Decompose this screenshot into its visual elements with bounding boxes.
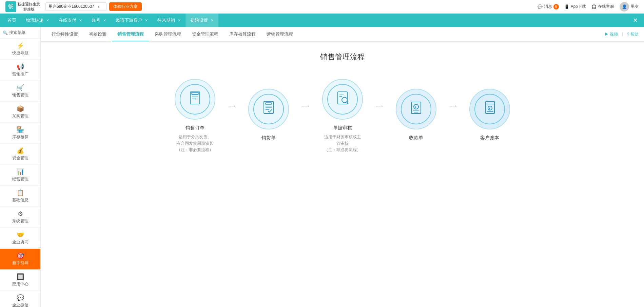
subtab-purchase-flow[interactable]: 采购管理流程 [149, 27, 187, 41]
logo-char: 畅 [8, 3, 14, 10]
subtab-init-label: 初始设置 [89, 32, 106, 37]
sidebar-item-wechat-label: 企业微信 [12, 302, 28, 307]
divider: | [622, 32, 623, 37]
step-3-desc: 适用于财务审核或主管审核（注：非必要流程） [324, 134, 361, 154]
sidebar-item-inventory[interactable]: 🏪 库存核算 [0, 123, 40, 144]
step-3-name: 单据审核 [333, 125, 352, 131]
svg-text:¥: ¥ [415, 105, 416, 109]
system-icon: ⚙ [18, 210, 23, 218]
nav-tab-init[interactable]: 初始设置 ✕ [186, 14, 218, 27]
sidebar-item-guide[interactable]: 🎯 新手引导 [0, 249, 40, 270]
sidebar-item-purchase-label: 采购管理 [12, 113, 28, 119]
sidebar-item-sales[interactable]: 🛒 销售管理 [0, 81, 40, 102]
sales-order-icon [188, 90, 202, 108]
nav-tab-invite-label: 邀请下游客户 [116, 17, 142, 23]
svg-rect-4 [191, 93, 199, 94]
logo-text: 畅捷通好生意 标准版 [18, 2, 40, 12]
subtab-industry[interactable]: 行业特性设置 [46, 27, 83, 41]
experience-button[interactable]: 体验行业方案 [109, 2, 142, 11]
subtab-sales-flow[interactable]: 销售管理流程 [112, 27, 149, 41]
sidebar-item-marketing[interactable]: 📢 营销推广 [0, 60, 40, 81]
nav-tab-period-close[interactable]: ✕ [178, 18, 181, 23]
flow-circle-3 [322, 79, 363, 120]
search-icon: 🔍 [3, 30, 8, 35]
content-area: 行业特性设置 初始设置 销售管理流程 采购管理流程 资金管理流程 库存核算流程 … [41, 27, 644, 307]
sidebar-item-basic-info[interactable]: 📋 基础信息 [0, 186, 40, 207]
subtab-init[interactable]: 初始设置 [83, 27, 112, 41]
nav-tab-payment[interactable]: 在线支付 ✕ [54, 14, 87, 27]
message-badge: 6 [553, 4, 559, 9]
logo-text1: 畅捷通好生意 [18, 2, 40, 6]
video-link[interactable]: ▶ 视频 [605, 32, 618, 37]
nav-tab-period[interactable]: 往来期初 ✕ [153, 14, 186, 27]
top-bar-left: 畅 畅捷通好生意 标准版 用户690企业1660120507 ▼ 体验行业方案 [5, 1, 142, 12]
sidebar-item-system[interactable]: ⚙ 系统管理 [0, 207, 40, 228]
finance-icon: 💰 [17, 147, 24, 155]
nav-tab-home[interactable]: 首页 [3, 14, 21, 27]
arrow-2: --→ [302, 102, 309, 130]
flow-circle-4: ¥ [396, 89, 436, 129]
sidebar-item-inventory-label: 库存核算 [12, 134, 28, 140]
flow-circle-2 [248, 89, 289, 129]
subtab-sales-flow-label: 销售管理流程 [117, 32, 144, 37]
sidebar-item-finance[interactable]: 💰 资金管理 [0, 144, 40, 165]
sidebar-search[interactable]: 🔍 搜索菜单 [0, 27, 40, 39]
help-link[interactable]: ? 帮助 [627, 32, 639, 37]
sidebar-item-collab-label: 企业协同 [12, 239, 28, 245]
arrow-1: --→ [228, 102, 235, 130]
subtab-marketing-flow-label: 营销管理流程 [267, 32, 293, 37]
sidebar-item-purchase[interactable]: 📦 采购管理 [0, 102, 40, 123]
flow-steps: 销售订单 适用于分批发货、有合同发货周期较长（注：非必要流程） --→ [54, 79, 630, 154]
guide-icon: 🎯 [17, 252, 24, 260]
app-icon: 📱 [564, 4, 569, 9]
message-button[interactable]: 💬 消息 6 [538, 4, 559, 9]
step-2-name: 销货单 [261, 135, 276, 141]
nav-close-all-button[interactable]: ✕ [629, 17, 641, 24]
sidebar-item-guide-label: 新手引导 [12, 260, 28, 266]
sidebar-item-quick-nav-label: 快捷导航 [12, 50, 28, 56]
user-selector[interactable]: 用户690企业1660120507 ▼ [45, 2, 106, 11]
sidebar-item-operations[interactable]: 📊 经营管理 [0, 165, 40, 186]
sidebar-item-quick-nav[interactable]: ⚡ 快捷导航 [0, 39, 40, 60]
sidebar-item-finance-label: 资金管理 [12, 155, 28, 161]
svg-rect-6 [266, 103, 272, 104]
top-bar-right: 💬 消息 6 📱 App下载 🎧 在线客服 👤 用友 [538, 2, 639, 12]
message-icon: 💬 [538, 4, 543, 9]
nav-tab-payment-label: 在线支付 [59, 17, 76, 23]
nav-tab-logistics-label: 物流快递 [26, 17, 43, 23]
sidebar-item-app-center[interactable]: 🔲 应用中心 [0, 270, 40, 291]
subtab-inventory-flow[interactable]: 库存核算流程 [224, 27, 261, 41]
search-label: 搜索菜单 [9, 30, 25, 36]
subtab-inventory-flow-label: 库存核算流程 [229, 32, 256, 37]
subtab-finance-flow[interactable]: 资金管理流程 [187, 27, 224, 41]
nav-tab-invite-close[interactable]: ✕ [145, 18, 148, 23]
top-bar: 畅 畅捷通好生意 标准版 用户690企业1660120507 ▼ 体验行业方案 … [0, 0, 644, 14]
sidebar-item-collab[interactable]: 🤝 企业协同 [0, 228, 40, 249]
nav-tab-account-close[interactable]: ✕ [103, 18, 106, 23]
nav-tab-invite[interactable]: 邀请下游客户 ✕ [111, 14, 153, 27]
step-1-desc: 适用于分批发货、有合同发货周期较长（注：非必要流程） [177, 134, 213, 154]
sidebar-item-basic-info-label: 基础信息 [12, 197, 28, 203]
nav-tab-init-close[interactable]: ✕ [211, 18, 214, 23]
nav-tab-payment-close[interactable]: ✕ [79, 18, 82, 23]
svg-rect-0 [190, 92, 200, 104]
arrow-4: --→ [449, 102, 456, 130]
nav-tab-account[interactable]: 账号 ✕ [87, 14, 111, 27]
sidebar: 🔍 搜索菜单 ⚡ 快捷导航 📢 营销推广 🛒 销售管理 📦 采购管理 🏪 库存核… [0, 27, 41, 307]
subtab-purchase-flow-label: 采购管理流程 [155, 32, 181, 37]
sub-tabs: 行业特性设置 初始设置 销售管理流程 采购管理流程 资金管理流程 库存核算流程 … [41, 27, 644, 42]
online-service-button[interactable]: 🎧 在线客服 [591, 4, 614, 9]
nav-tab-home-label: 首页 [7, 17, 16, 23]
subtab-marketing-flow[interactable]: 营销管理流程 [261, 27, 298, 41]
app-download-button[interactable]: 📱 App下载 [564, 4, 586, 9]
marketing-icon: 📢 [17, 63, 24, 70]
nav-tab-logistics[interactable]: 物流快递 ✕ [21, 14, 54, 27]
user-profile[interactable]: 👤 用友 [620, 2, 639, 12]
nav-tab-logistics-close[interactable]: ✕ [46, 18, 49, 23]
app-label: App下载 [571, 4, 586, 9]
headset-icon: 🎧 [591, 4, 597, 9]
sidebar-item-app-center-label: 应用中心 [12, 281, 28, 287]
svg-point-11 [342, 97, 347, 103]
sidebar-item-wechat[interactable]: 💬 企业微信 [0, 291, 40, 307]
video-label: 视频 [610, 32, 618, 37]
